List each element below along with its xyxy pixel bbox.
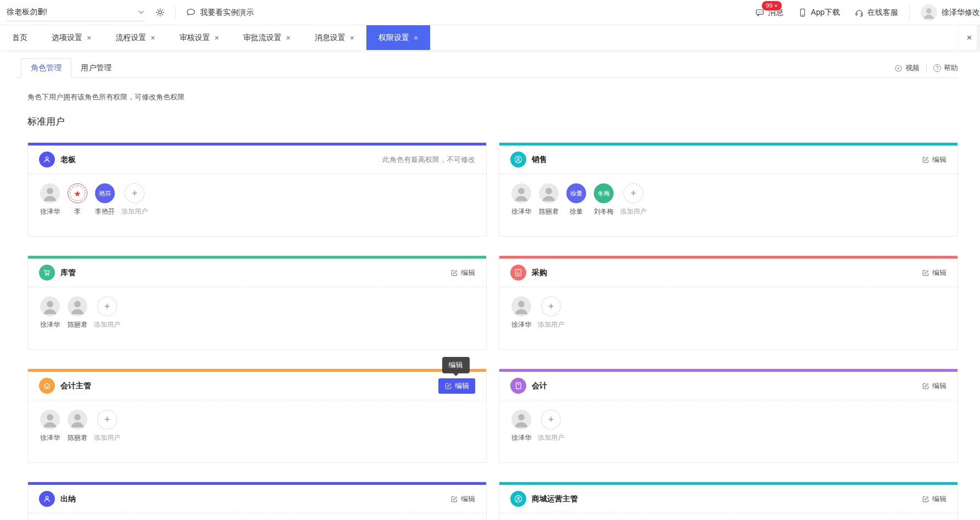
subtab-row: 角色管理用户管理 视频 ? 帮助 [15,58,958,78]
member-name: 徐泽华 [511,320,531,329]
tab-close-icon[interactable]: × [414,34,418,42]
card-header: 商城运营主管编辑 [499,485,957,513]
tab-label: 权限设置 [378,33,409,43]
tab-item[interactable]: 首页 [0,25,40,50]
card-header-right: 此角色有最高权限，不可修改 [382,155,475,165]
edit-label: 编辑 [932,494,946,504]
divider [926,64,927,72]
online-service-label: 在线客服 [867,8,898,18]
edit-icon [444,382,452,390]
demo-link[interactable]: 我要看实例演示 [186,7,254,18]
seal-avatar: ★ [68,183,87,203]
phone-icon [798,8,808,18]
member-name: 陈丽君 [539,207,559,216]
subtab-item[interactable]: 用户管理 [71,59,121,77]
member-name: 刘冬梅 [594,207,614,216]
add-user-button[interactable]: +添加用户 [94,297,120,329]
tab-label: 选项设置 [52,33,82,43]
add-user-button[interactable]: +添加用户 [94,410,120,443]
tab-active[interactable]: 权限设置× [366,25,430,50]
card-header-right: 编辑 [922,155,946,165]
add-user-button[interactable]: +添加用户 [538,297,564,329]
account-selector[interactable]: 徐老板勿删! [7,4,145,21]
default-avatar [40,183,60,203]
tab-item[interactable]: 审批流设置× [231,25,303,50]
book-icon [510,378,526,394]
demo-link-label: 我要看实例演示 [200,8,254,18]
edit-button[interactable]: 编辑 [922,268,946,278]
member-name: 徐泽华 [40,320,60,329]
member-item[interactable]: 陈丽君 [66,297,88,329]
member-item[interactable]: 徐泽华 [39,183,61,216]
tab-item[interactable]: 审核设置× [167,25,231,50]
edit-button[interactable]: 编辑 [922,381,946,391]
member-item[interactable]: 徐泽华 [39,297,61,329]
plus-icon: + [125,183,144,203]
card-header-right: 编辑 [922,381,946,391]
member-item[interactable]: 徐泽华 [510,183,532,216]
default-avatar [68,410,87,429]
tab-close-icon[interactable]: × [214,34,219,42]
plus-icon: + [97,410,117,429]
topbar: 徐老板勿删! 我要看实例演示 99 + 消息 Ap [0,0,980,25]
messages-button[interactable]: 99 + 消息 [755,8,783,18]
member-item[interactable]: 陈丽君 [538,183,560,216]
plus-icon: + [623,183,643,203]
member-item[interactable]: 徐泽华 [510,297,532,329]
member-name: 徐泽华 [511,433,531,443]
member-name: 李 [74,207,81,216]
tab-item[interactable]: 流程设置× [103,25,167,50]
home-icon [39,378,55,394]
tab-close-icon[interactable]: × [350,34,354,42]
edit-button[interactable]: 编辑 [450,494,475,504]
member-item[interactable]: 徐量徐量 [565,183,587,216]
tab-close-icon[interactable]: × [286,34,291,42]
member-item[interactable]: 徐泽华 [39,410,61,443]
tab-label: 流程设置 [115,33,146,43]
member-item[interactable]: 徐泽华 [510,410,532,443]
edit-button-wrap: 编辑 [450,494,475,504]
subtab-active[interactable]: 角色管理 [21,58,71,78]
member-item[interactable]: 艳芬李艳芬 [94,183,116,216]
initials-avatar: 徐量 [566,183,586,203]
card-members: 徐泽华+添加用户 [499,287,957,342]
add-user-button[interactable]: +添加用户 [620,183,647,216]
member-item[interactable]: 冬梅刘冬梅 [593,183,615,216]
tab-close-icon[interactable]: × [87,34,91,42]
app-download-button[interactable]: App下载 [798,8,840,18]
chevron-down-icon [137,8,145,16]
add-user-label: 添加用户 [121,207,148,216]
tab-close-icon[interactable]: × [151,34,155,42]
role-title: 采购 [532,268,547,278]
edit-button[interactable]: 编辑 [922,155,946,165]
card-header-right: 编辑 [450,268,475,278]
add-user-button[interactable]: +添加用户 [121,183,148,216]
edit-icon [922,269,929,277]
edit-button[interactable]: 编辑 [922,494,946,504]
user-icon [39,491,55,507]
edit-button[interactable]: 编辑 [438,378,475,394]
card-header-right: 编辑 [922,268,946,278]
user-menu[interactable]: 徐泽华修改 [909,4,980,21]
tab-item[interactable]: 消息设置× [303,25,366,50]
help-button[interactable]: ? 帮助 [933,63,958,73]
settings-gear-icon[interactable] [155,7,165,18]
member-item[interactable]: 陈丽君 [66,410,88,443]
member-item[interactable]: ★李 [66,183,88,216]
card-header: 会计编辑 [499,372,957,400]
role-title: 商城运营主管 [532,494,578,504]
member-name: 徐泽华 [40,207,60,216]
edit-icon [450,269,458,277]
edit-label: 编辑 [461,494,475,504]
card-header-right: 编辑编辑 [438,378,475,394]
tab-item[interactable]: 选项设置× [40,25,103,50]
edit-label: 编辑 [932,381,946,391]
edit-icon [922,495,929,503]
video-button[interactable]: 视频 [894,63,920,73]
add-user-button[interactable]: +添加用户 [538,410,564,443]
online-service-button[interactable]: 在线客服 [854,8,898,18]
tab-label: 首页 [12,33,27,43]
initials-avatar: 艳芬 [95,183,115,203]
edit-button[interactable]: 编辑 [450,268,475,278]
plus-icon: + [541,297,561,316]
